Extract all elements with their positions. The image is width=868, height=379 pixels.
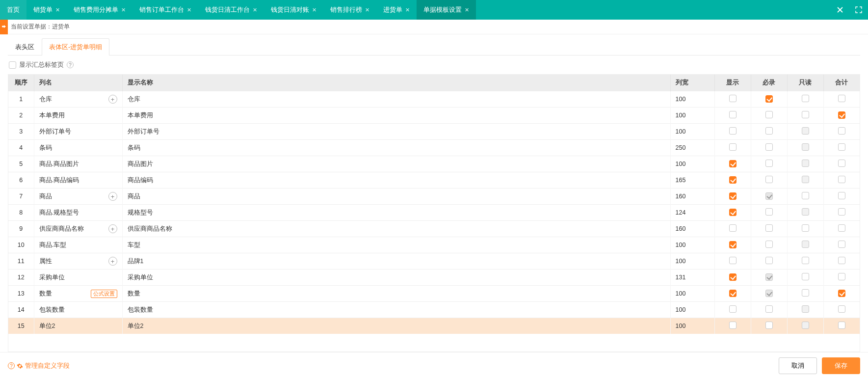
cell-width[interactable]: 160: [670, 221, 714, 237]
checkbox[interactable]: [729, 322, 736, 329]
checkbox[interactable]: [729, 290, 736, 297]
checkbox[interactable]: [765, 143, 773, 151]
checkbox[interactable]: [802, 192, 809, 199]
checkbox[interactable]: [729, 209, 736, 216]
checkbox[interactable]: [802, 273, 809, 280]
cell-display-name[interactable]: 外部订单号: [122, 124, 670, 140]
tab-进货单[interactable]: 进货单✕: [376, 0, 417, 20]
manage-custom-fields-link[interactable]: ? 管理自定义字段: [8, 361, 70, 370]
checkbox[interactable]: [729, 176, 736, 184]
cell-width[interactable]: 131: [670, 270, 714, 286]
checkbox[interactable]: [838, 127, 845, 135]
cell-display-name[interactable]: 包装数量: [122, 302, 670, 318]
cell-width[interactable]: 250: [670, 140, 714, 156]
checkbox[interactable]: [765, 241, 773, 248]
checkbox[interactable]: [729, 257, 736, 264]
table-row[interactable]: 12采购单位采购单位131: [8, 270, 860, 286]
checkbox[interactable]: [838, 290, 845, 297]
tab-销售排行榜[interactable]: 销售排行榜✕: [323, 0, 376, 20]
formula-settings-tag[interactable]: 公式设置: [91, 290, 117, 298]
table-row[interactable]: 2本单费用本单费用100: [8, 108, 860, 124]
checkbox[interactable]: [838, 273, 845, 280]
tab-单据模板设置[interactable]: 单据模板设置✕: [417, 0, 476, 20]
checkbox[interactable]: [765, 224, 773, 232]
cell-width[interactable]: 100: [670, 253, 714, 270]
checkbox[interactable]: [765, 257, 773, 264]
close-icon[interactable]: ✕: [465, 7, 469, 13]
add-column-button[interactable]: +: [108, 192, 117, 201]
subtab-表体区-进货单明细[interactable]: 表体区-进货单明细: [42, 38, 109, 55]
close-icon[interactable]: ✕: [312, 7, 316, 13]
checkbox[interactable]: [765, 176, 773, 183]
cell-display-name[interactable]: 车型: [122, 237, 670, 253]
checkbox[interactable]: [765, 127, 773, 135]
cell-display-name[interactable]: 条码: [122, 140, 670, 156]
cell-width[interactable]: 100: [670, 318, 714, 334]
checkbox[interactable]: [838, 257, 845, 264]
close-all-tabs-button[interactable]: [831, 6, 849, 13]
checkbox[interactable]: [729, 143, 736, 151]
checkbox[interactable]: [729, 127, 736, 135]
cell-width[interactable]: 165: [670, 172, 714, 189]
close-icon[interactable]: ✕: [405, 7, 410, 13]
table-row[interactable]: 13数量公式设置数量100: [8, 286, 860, 302]
tab-销货单[interactable]: 销货单✕: [26, 0, 67, 20]
checkbox[interactable]: [802, 257, 809, 264]
cell-width[interactable]: 100: [670, 237, 714, 253]
tab-钱货日清对账[interactable]: 钱货日清对账✕: [264, 0, 323, 20]
checkbox[interactable]: [838, 208, 845, 216]
table-row[interactable]: 11属性+品牌1100: [8, 253, 860, 270]
tab-销售订单工作台[interactable]: 销售订单工作台✕: [132, 0, 198, 20]
checkbox[interactable]: [729, 305, 736, 313]
close-icon[interactable]: ✕: [187, 7, 191, 13]
checkbox[interactable]: [838, 192, 845, 199]
checkbox[interactable]: [838, 241, 845, 248]
checkbox[interactable]: [765, 111, 773, 118]
checkbox[interactable]: [729, 192, 736, 200]
cell-display-name[interactable]: 仓库: [122, 91, 670, 108]
table-row[interactable]: 4条码条码250: [8, 140, 860, 156]
add-column-button[interactable]: +: [108, 224, 117, 233]
cell-width[interactable]: 100: [670, 156, 714, 172]
cell-display-name[interactable]: 供应商商品名称: [122, 221, 670, 237]
checkbox[interactable]: [729, 160, 736, 167]
cell-width[interactable]: 100: [670, 91, 714, 108]
cell-width[interactable]: 100: [670, 302, 714, 318]
cancel-button[interactable]: 取消: [779, 357, 817, 374]
checkbox[interactable]: [765, 322, 773, 329]
checkbox[interactable]: [838, 160, 845, 167]
expand-handle[interactable]: [0, 20, 8, 34]
cell-display-name[interactable]: 采购单位: [122, 270, 670, 286]
cell-display-name[interactable]: 商品: [122, 189, 670, 205]
table-row[interactable]: 5商品.商品图片商品图片100: [8, 156, 860, 172]
checkbox[interactable]: [802, 95, 809, 102]
close-icon[interactable]: ✕: [121, 7, 126, 13]
cell-display-name[interactable]: 数量: [122, 286, 670, 302]
table-row[interactable]: 1仓库+仓库100: [8, 91, 860, 108]
cell-display-name[interactable]: 本单费用: [122, 108, 670, 124]
checkbox[interactable]: [729, 111, 736, 118]
checkbox[interactable]: [838, 322, 845, 329]
cell-display-name[interactable]: 单位2: [122, 318, 670, 334]
checkbox[interactable]: [729, 273, 736, 281]
table-row[interactable]: 3外部订单号外部订单号100: [8, 124, 860, 140]
checkbox[interactable]: [838, 224, 845, 232]
cell-display-name[interactable]: 商品图片: [122, 156, 670, 172]
checkbox[interactable]: [729, 241, 736, 248]
table-row[interactable]: 8商品.规格型号规格型号124: [8, 205, 860, 221]
close-icon[interactable]: ✕: [55, 7, 60, 13]
checkbox[interactable]: [802, 224, 809, 232]
checkbox[interactable]: [802, 111, 809, 118]
table-row[interactable]: 7商品+商品160: [8, 189, 860, 205]
checkbox[interactable]: [802, 289, 809, 297]
table-row[interactable]: 9供应商商品名称+供应商商品名称160: [8, 221, 860, 237]
tab-首页[interactable]: 首页: [0, 0, 26, 20]
checkbox[interactable]: [729, 224, 736, 232]
checkbox[interactable]: [765, 160, 773, 167]
fullscreen-button[interactable]: [849, 6, 868, 13]
checkbox[interactable]: [838, 95, 845, 102]
cell-display-name[interactable]: 商品编码: [122, 172, 670, 189]
close-icon[interactable]: ✕: [365, 7, 369, 13]
checkbox[interactable]: [838, 111, 845, 119]
checkbox[interactable]: [838, 176, 845, 183]
